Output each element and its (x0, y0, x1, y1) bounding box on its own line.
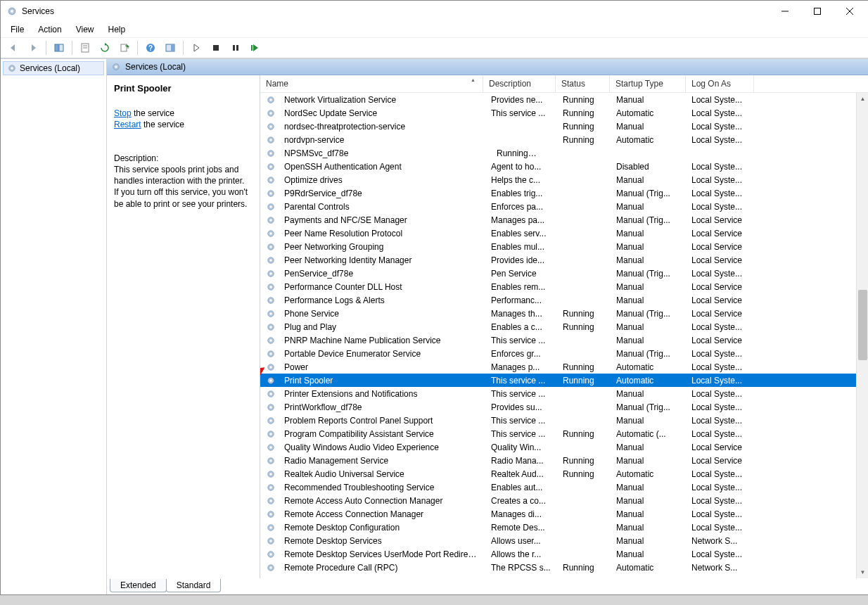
svg-rect-16 (213, 45, 219, 51)
table-row[interactable]: NordSec Update ServiceThis service ...Ru… (260, 106, 868, 120)
svg-point-32 (269, 139, 272, 141)
cell-logon: Local Syste... (686, 416, 753, 426)
cell-name: OpenSSH Authentication Agent (279, 162, 485, 172)
back-button[interactable] (4, 39, 23, 57)
vertical-scrollbar[interactable]: ▲ ▼ (856, 93, 868, 578)
cell-description: Enables serv... (485, 229, 557, 238)
properties-button[interactable] (76, 39, 94, 57)
table-row[interactable]: Remote Procedure Call (RPC)The RPCSS s..… (260, 561, 868, 574)
cell-logon: Local Service (686, 309, 753, 319)
table-row[interactable]: Remote Desktop Services UserMode Port Re… (260, 547, 868, 561)
table-row[interactable]: Phone ServiceManages th...RunningManual … (260, 307, 868, 320)
column-label: Name (266, 79, 288, 89)
forward-button[interactable] (24, 39, 42, 57)
cell-name: P9RdrService_df78e (279, 189, 485, 198)
table-row[interactable]: Optimize drivesHelps the c...ManualLocal… (260, 173, 868, 186)
scroll-down-icon[interactable]: ▼ (857, 566, 868, 578)
stop-service-button[interactable] (207, 39, 225, 57)
gear-icon (266, 282, 276, 292)
start-service-button[interactable] (187, 39, 205, 57)
table-row[interactable]: PNRP Machine Name Publication ServiceThi… (260, 333, 868, 347)
table-row[interactable]: Radio Management ServiceRadio Mana...Run… (260, 454, 868, 467)
cell-name: Phone Service (279, 309, 485, 319)
table-row[interactable]: nordsec-threatprotection-serviceRunningM… (260, 120, 868, 133)
maximize-button[interactable] (801, 1, 834, 22)
cell-startup: Manual (Trig... (611, 189, 686, 198)
gear-icon (266, 148, 276, 158)
close-button[interactable] (834, 1, 866, 22)
restart-service-button[interactable] (246, 39, 264, 57)
cell-status: Running (557, 429, 611, 439)
table-row[interactable]: Printer Extensions and NotificationsThis… (260, 387, 868, 400)
cell-logon: Local Service (686, 215, 753, 225)
table-row[interactable]: Parental ControlsEnforces pa...ManualLoc… (260, 200, 868, 213)
cell-name: Quality Windows Audio Video Experience (279, 442, 485, 452)
table-row[interactable]: Remote Access Connection ManagerManages … (260, 507, 868, 521)
cell-name: Realtek Audio Universal Service (279, 469, 485, 479)
scrollbar-thumb[interactable] (858, 290, 867, 360)
cell-name: Performance Counter DLL Host (279, 282, 485, 292)
table-row[interactable]: nordvpn-serviceRunningAutomaticLocal Sys… (260, 133, 868, 146)
cell-startup: Manual (611, 416, 686, 426)
menu-view[interactable]: View (69, 23, 101, 36)
table-row[interactable]: Realtek Audio Universal ServiceRealtek A… (260, 467, 868, 480)
menu-action[interactable]: Action (31, 23, 68, 36)
gear-icon (266, 376, 276, 386)
tab-standard[interactable]: Standard (166, 579, 222, 592)
svg-point-40 (269, 192, 272, 195)
table-row[interactable]: PenService_df78ePen ServiceManual (Trig.… (260, 267, 868, 280)
column-logon[interactable]: Log On As (686, 75, 754, 92)
table-row[interactable]: Peer Networking Identity ManagerProvides… (260, 253, 868, 267)
cell-description: Helps the c... (485, 175, 557, 185)
table-row[interactable]: PowerManages p...RunningAutomaticLocal S… (260, 360, 868, 374)
table-row[interactable]: Recommended Troubleshooting ServiceEnabl… (260, 480, 868, 494)
table-row[interactable]: Network Virtualization ServiceProvides n… (260, 93, 868, 106)
column-name[interactable]: Name ▲ (260, 75, 483, 92)
table-row[interactable]: Portable Device Enumerator ServiceEnforc… (260, 347, 868, 360)
minimize-button[interactable] (769, 1, 801, 22)
tree-item-services-local[interactable]: Services (Local) (3, 61, 104, 75)
table-row[interactable]: P9RdrService_df78eEnables trig...Manual … (260, 186, 868, 200)
cell-description: This service ... (485, 416, 557, 426)
table-row[interactable]: Performance Logs & AlertsPerformanc...Ma… (260, 293, 868, 307)
gear-icon (266, 349, 276, 359)
column-startup[interactable]: Startup Type (610, 75, 686, 92)
pause-service-button[interactable] (226, 39, 245, 57)
export-button[interactable] (115, 39, 134, 57)
table-row[interactable]: Plug and PlayEnables a c...RunningManual… (260, 320, 868, 333)
table-row[interactable]: OpenSSH Authentication AgentAgent to ho.… (260, 160, 868, 173)
cell-startup: Manual (611, 389, 686, 399)
table-row[interactable]: Quality Windows Audio Video ExperienceQu… (260, 440, 868, 454)
cell-startup: Manual (611, 295, 686, 305)
table-row[interactable]: Program Compatibility Assistant ServiceT… (260, 427, 868, 440)
column-description[interactable]: Description (483, 75, 556, 92)
table-row[interactable]: NPSMSvc_df78eRunningManualLocal Syste... (260, 146, 868, 160)
stop-service-link[interactable]: Stop (114, 108, 132, 118)
action-pane-button[interactable] (161, 39, 179, 57)
table-row[interactable]: Remote Access Auto Connection ManagerCre… (260, 494, 868, 507)
menu-help[interactable]: Help (101, 23, 133, 36)
cell-description: Provides ide... (485, 255, 557, 265)
restart-service-link[interactable]: Restart (114, 120, 141, 129)
table-row[interactable]: Remote Desktop ConfigurationRemote Des..… (260, 521, 868, 534)
help-button[interactable]: ? (141, 39, 160, 57)
cell-name: Performance Logs & Alerts (279, 295, 485, 305)
menu-file[interactable]: File (4, 23, 31, 36)
window-controls (769, 1, 866, 22)
table-row[interactable]: Peer Networking GroupingEnables mul...Ma… (260, 240, 868, 253)
cell-logon: Local Syste... (686, 549, 753, 559)
list-body[interactable]: Network Virtualization ServiceProvides n… (260, 93, 868, 578)
table-row[interactable]: Print SpoolerThis service ...RunningAuto… (260, 374, 868, 387)
scroll-up-icon[interactable]: ▲ (857, 93, 868, 105)
show-hide-tree-button[interactable] (50, 39, 68, 57)
table-row[interactable]: Problem Reports Control Panel SupportThi… (260, 414, 868, 427)
refresh-button[interactable] (96, 39, 114, 57)
table-row[interactable]: PrintWorkflow_df78eProvides su...Manual … (260, 400, 868, 414)
table-row[interactable]: Performance Counter DLL HostEnables rem.… (260, 280, 868, 293)
table-row[interactable]: Remote Desktop ServicesAllows user...Man… (260, 534, 868, 547)
table-row[interactable]: Peer Name Resolution ProtocolEnables ser… (260, 227, 868, 240)
column-status[interactable]: Status (556, 75, 610, 92)
svg-point-72 (269, 406, 272, 409)
table-row[interactable]: Payments and NFC/SE ManagerManages pa...… (260, 213, 868, 227)
tab-extended[interactable]: Extended (110, 579, 167, 592)
